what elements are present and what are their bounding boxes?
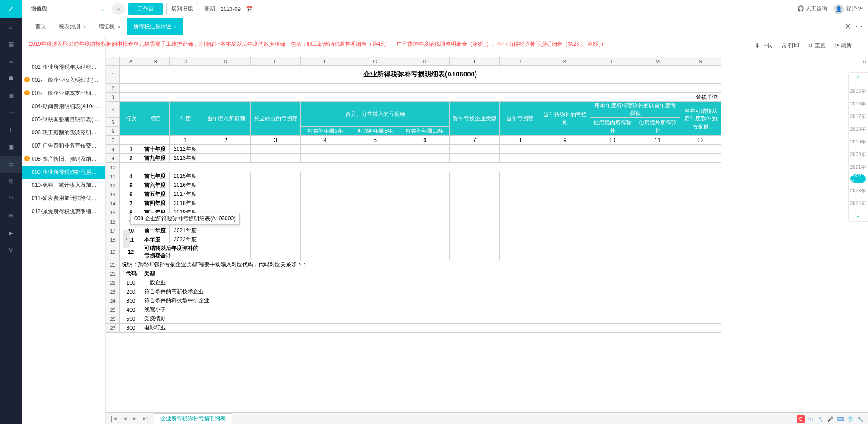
tree-item[interactable]: 008-资产折旧、摊销及纳税…	[22, 152, 105, 166]
cell[interactable]	[201, 145, 251, 154]
col-header[interactable]: L	[590, 57, 635, 66]
tree-item[interactable]: 012-减免所得税优惠明细表(…	[22, 205, 105, 218]
cell[interactable]	[540, 235, 590, 244]
cell[interactable]	[450, 190, 500, 199]
tab-税表清册[interactable]: 税表清册×	[52, 18, 92, 35]
col-header[interactable]: I	[450, 57, 500, 66]
more-tabs-icon[interactable]: ⋯	[855, 22, 863, 31]
year-option[interactable]: 2024年	[849, 197, 868, 210]
app-logo[interactable]: ✓	[0, 0, 22, 18]
user-menu[interactable]: 👤 徐泽华	[834, 4, 863, 14]
cell[interactable]	[590, 217, 635, 226]
cell[interactable]	[540, 217, 590, 226]
cell[interactable]	[680, 226, 721, 235]
tab-增值税[interactable]: 增值税×	[92, 18, 127, 35]
ime-skin-icon[interactable]: 👕	[846, 415, 854, 423]
cell[interactable]: 4	[120, 172, 142, 181]
cell[interactable]	[540, 244, 590, 260]
cell[interactable]	[350, 217, 400, 226]
cell[interactable]	[251, 154, 301, 163]
calendar-icon[interactable]: 📅	[246, 6, 253, 12]
cell[interactable]	[590, 154, 635, 163]
cell[interactable]	[500, 154, 540, 163]
ime-punct-icon[interactable]: °,	[816, 415, 825, 423]
cell[interactable]	[301, 226, 350, 235]
cell[interactable]	[635, 190, 680, 199]
cell[interactable]	[500, 208, 540, 217]
nav-tax-icon[interactable]: ☷	[0, 156, 22, 173]
col-header[interactable]: J	[500, 57, 540, 66]
cell[interactable]	[500, 226, 540, 235]
col-header[interactable]: H	[400, 57, 450, 66]
col-header[interactable]: N	[680, 57, 721, 66]
consult-link[interactable]: 🎧 人工咨询	[797, 5, 827, 13]
cell[interactable]	[635, 154, 680, 163]
cell[interactable]	[590, 226, 635, 235]
cell[interactable]	[450, 181, 500, 190]
cell[interactable]	[635, 181, 680, 190]
nav-text-icon[interactable]: T	[0, 121, 22, 138]
cell[interactable]	[590, 235, 635, 244]
cell[interactable]	[251, 226, 301, 235]
cell[interactable]: 6	[120, 190, 142, 199]
cell[interactable]	[680, 244, 721, 260]
row-header[interactable]: 1	[106, 66, 120, 84]
tax-type-dropdown[interactable]: 增值税 ⌄	[27, 3, 108, 15]
tree-item[interactable]: 005-纳税调整项目明细表(A1…	[22, 113, 105, 126]
cell[interactable]	[680, 172, 721, 181]
cell[interactable]	[635, 199, 680, 208]
cell[interactable]	[590, 244, 635, 260]
cell[interactable]	[201, 226, 251, 235]
year-down-button[interactable]: ⌄	[849, 210, 868, 221]
nav-settings-icon[interactable]: ⚙	[0, 207, 22, 224]
year-option[interactable]: 2020年	[849, 148, 868, 161]
cell[interactable]	[540, 145, 590, 154]
cell[interactable]: 1	[120, 145, 142, 154]
nav-list-icon[interactable]: ▦	[0, 87, 22, 104]
cell[interactable]	[251, 244, 301, 260]
download-button[interactable]: ⬇ 下载	[755, 42, 772, 49]
cell[interactable]	[680, 235, 721, 244]
cell[interactable]	[350, 145, 400, 154]
cell[interactable]	[450, 235, 500, 244]
tree-item[interactable]: 009-企业所得税弥补亏损明…	[22, 166, 105, 179]
col-header[interactable]: A	[120, 57, 142, 66]
col-header[interactable]: M	[635, 57, 680, 66]
cell[interactable]	[301, 244, 350, 260]
cell[interactable]	[251, 145, 301, 154]
cell[interactable]	[301, 172, 350, 181]
cell[interactable]	[301, 145, 350, 154]
cell[interactable]	[400, 208, 450, 217]
year-option[interactable]: 2021年	[849, 161, 868, 173]
tree-item[interactable]: 010-免税、减计收入及加计…	[22, 179, 105, 192]
switch-old-button[interactable]: 切到旧版	[166, 3, 198, 15]
year-option[interactable]: 2023年	[849, 184, 868, 197]
cell[interactable]	[500, 181, 540, 190]
cell[interactable]	[540, 172, 590, 181]
cell[interactable]	[301, 208, 350, 217]
cell[interactable]	[540, 154, 590, 163]
spreadsheet[interactable]: ABCDEFGHIJKLMN1企业所得税弥补亏损明细表(A106000)23金额…	[106, 57, 868, 412]
col-header[interactable]: F	[301, 57, 350, 66]
cell[interactable]	[301, 181, 350, 190]
cell[interactable]	[680, 208, 721, 217]
nav-last-icon[interactable]: ►|	[141, 415, 150, 422]
cell[interactable]	[500, 217, 540, 226]
cell[interactable]	[540, 181, 590, 190]
cell[interactable]	[400, 145, 450, 154]
ime-kbd-icon[interactable]: ⌨	[836, 415, 844, 423]
cell[interactable]	[500, 244, 540, 260]
cell[interactable]	[635, 244, 680, 260]
tree-item[interactable]: 006-职工薪酬纳税调整明细…	[22, 126, 105, 139]
cell[interactable]	[540, 208, 590, 217]
nav-prev-icon[interactable]: ◄	[121, 415, 129, 422]
expand-icon[interactable]: ⟩⟩	[863, 59, 866, 65]
tab-close-icon[interactable]: ×	[174, 24, 177, 29]
cell[interactable]: 12	[120, 244, 142, 260]
nav-export-icon[interactable]: ⎘	[0, 173, 22, 190]
ime-tool-icon[interactable]: 🔧	[856, 415, 864, 423]
tab-首页[interactable]: 首页	[29, 18, 52, 35]
reset-button[interactable]: ↺ 重置	[808, 42, 826, 49]
cell[interactable]	[251, 235, 301, 244]
nav-form-icon[interactable]: ▭	[0, 104, 22, 121]
